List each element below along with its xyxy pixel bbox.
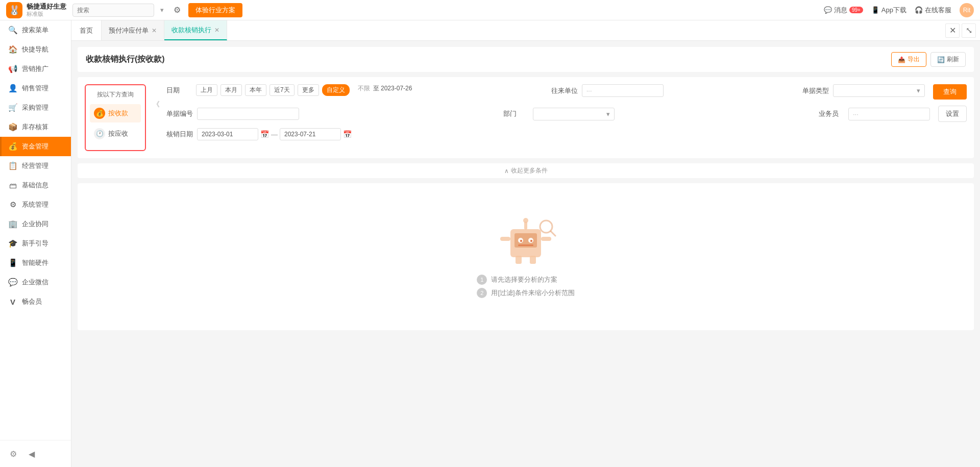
collapse-more-label: 收起更多条件 — [511, 166, 548, 175]
sidebar-item-finance-mgmt[interactable]: 💰 资金管理 — [0, 137, 71, 156]
filter-collapse-btn[interactable]: 《 — [150, 94, 162, 115]
messages-badge: 99+ — [849, 7, 863, 13]
tab-prepaid-offset[interactable]: 预付冲应付单 ✕ — [102, 20, 164, 40]
sidebar-bottom: ⚙ ◀ — [0, 440, 71, 467]
empty-state: 1 请先选择要分析的方案 2 用[过滤]条件来缩小分析范围 — [78, 183, 974, 330]
filter-option-label: 按收款 — [108, 109, 128, 118]
user-avatar[interactable]: Rit — [960, 3, 974, 17]
megaphone-icon: 📢 — [8, 64, 18, 73]
solution-btn[interactable]: 体验行业方案 — [188, 3, 242, 17]
page-header: 收款核销执行(按收款) 📤 导出 🔄 刷新 — [78, 47, 974, 72]
calendar-start-icon[interactable]: 📅 — [260, 130, 269, 138]
staff-placeholder: ··· — [853, 110, 925, 118]
date-btn-last-month[interactable]: 上月 — [196, 84, 217, 96]
tab-close-icon[interactable]: ✕ — [214, 27, 219, 34]
calendar-end-icon[interactable]: 📅 — [343, 130, 352, 138]
hint-text-1: 请先选择要分析的方案 — [491, 273, 557, 286]
sidebar-item-beginner[interactable]: 🎓 新手引导 — [0, 234, 71, 253]
settings-gear-icon[interactable]: ⚙ — [170, 3, 184, 17]
sidebar-item-corp-wechat[interactable]: 💬 企业微信 — [0, 273, 71, 292]
sidebar-item-vip[interactable]: V 畅会员 — [0, 292, 71, 311]
verif-date-start-input[interactable] — [197, 128, 258, 140]
filter-sidebar: 按以下方查询 💰 按收款 🕐 按应收 — [85, 84, 146, 151]
svg-rect-6 — [518, 244, 533, 246]
svg-rect-8 — [541, 237, 551, 241]
search-icon: 🔍 — [8, 26, 18, 35]
hint-num-1: 1 — [477, 275, 487, 285]
sidebar-item-quick-nav[interactable]: 🏠 快捷导航 — [0, 40, 71, 59]
brand-name: 畅捷通好生意 — [27, 3, 66, 11]
filter-option-label: 按应收 — [108, 129, 128, 138]
partner-select[interactable]: ··· — [582, 84, 664, 97]
filter-option-by-receipt[interactable]: 💰 按收款 — [90, 104, 141, 122]
chevron-down-icon: ▾ — [606, 110, 610, 118]
vip-icon: V — [8, 298, 18, 306]
date-label: 日期 — [166, 86, 192, 95]
top-bar-right: 💬 消息 99+ 📱 App下载 🎧 在线客服 Rit — [824, 3, 974, 17]
global-search-input[interactable] — [72, 4, 154, 17]
guide-icon: 🎓 — [8, 239, 18, 248]
verif-date-row: 核销日期 📅 — 📅 — [166, 128, 967, 140]
empty-hint-item-2: 2 用[过滤]条件来缩小分析范围 — [477, 286, 574, 300]
date-btn-7days[interactable]: 近7天 — [270, 84, 295, 96]
sidebar-item-sys-mgmt[interactable]: ⚙ 系统管理 — [0, 195, 71, 214]
sidebar-item-search-menu[interactable]: 🔍 搜索菜单 — [0, 20, 71, 40]
messages-btn[interactable]: 💬 消息 99+ — [824, 6, 863, 15]
sidebar-item-sales-mgmt[interactable]: 👤 销售管理 — [0, 79, 71, 98]
messages-label: 消息 — [834, 6, 847, 15]
collapse-more-icon: ∧ — [504, 167, 509, 175]
sidebar-item-label: 库存核算 — [22, 122, 48, 132]
tab-home[interactable]: 首页 — [71, 20, 102, 40]
verif-date-inputs: 📅 — 📅 — [197, 128, 352, 140]
tab-close-icon[interactable]: ✕ — [152, 27, 157, 34]
date-separator: — — [271, 131, 278, 138]
tab-receipt-offset[interactable]: 收款核销执行 ✕ — [164, 20, 227, 40]
sidebar-item-corp-collab[interactable]: 🏢 企业协同 — [0, 214, 71, 234]
sidebar-item-basic-info[interactable]: 🗃 基础信息 — [0, 176, 71, 195]
date-btn-custom[interactable]: 自定义 — [322, 84, 350, 96]
sidebar-settings-icon[interactable]: ⚙ — [6, 447, 20, 461]
dept-select[interactable]: ▾ — [533, 108, 615, 120]
filter-option-by-receivable[interactable]: 🕐 按应收 — [90, 125, 141, 143]
date-btn-this-month[interactable]: 本月 — [220, 84, 242, 96]
app-download-btn[interactable]: 📱 App下载 — [871, 6, 906, 15]
dropdown-arrow-icon[interactable]: ▾ — [160, 6, 164, 14]
doc-type-select[interactable]: ▾ — [833, 84, 925, 97]
tab-actions: ✕ ⤡ — [941, 23, 980, 38]
staff-label: 业务员 — [819, 109, 844, 118]
empty-illustration — [495, 214, 556, 265]
chevron-down-icon: ▾ — [917, 87, 920, 94]
staff-select[interactable]: ··· — [848, 108, 930, 120]
sidebar-item-label: 畅会员 — [22, 297, 42, 306]
date-to-text: 至 2023-07-26 — [373, 84, 412, 93]
sidebar-item-inventory[interactable]: 📦 库存核算 — [0, 117, 71, 137]
collapse-more-btn[interactable]: ∧ 收起更多条件 — [78, 163, 974, 178]
tab-maximize-btn[interactable]: ⤡ — [962, 23, 976, 38]
sidebar-item-label: 销售管理 — [22, 84, 48, 93]
date-btn-this-year[interactable]: 本年 — [245, 84, 266, 96]
svg-rect-7 — [500, 237, 510, 241]
sidebar-item-label: 资金管理 — [22, 142, 48, 151]
sidebar-item-purchase-mgmt[interactable]: 🛒 采购管理 — [0, 98, 71, 117]
sidebar-collapse-icon[interactable]: ◀ — [24, 447, 39, 461]
tab-close-window-btn[interactable]: ✕ — [945, 23, 960, 38]
doc-no-input[interactable] — [197, 108, 299, 120]
date-btn-more[interactable]: 更多 — [298, 84, 319, 96]
export-btn[interactable]: 📤 导出 — [891, 52, 926, 67]
service-icon: 🎧 — [915, 6, 923, 14]
setting-btn[interactable]: 设置 — [938, 106, 967, 122]
sidebar-item-label: 快捷导航 — [22, 45, 48, 54]
partner-label: 往来单位 — [551, 86, 578, 95]
sidebar-item-label: 智能硬件 — [22, 258, 48, 267]
sidebar-item-marketing[interactable]: 📢 营销推广 — [0, 59, 71, 79]
sidebar-item-label: 新手引导 — [22, 239, 48, 248]
online-service-btn[interactable]: 🎧 在线客服 — [915, 6, 951, 15]
sidebar-item-ops-mgmt[interactable]: 📋 经营管理 — [0, 156, 71, 176]
sidebar-item-smart-hw[interactable]: 📱 智能硬件 — [0, 253, 71, 273]
partner-placeholder: ··· — [586, 87, 659, 94]
refresh-btn[interactable]: 🔄 刷新 — [930, 52, 966, 67]
verif-date-end-input[interactable] — [280, 128, 341, 140]
query-btn[interactable]: 查询 — [933, 84, 967, 100]
export-icon: 📤 — [898, 56, 905, 63]
tab-bar: 首页 预付冲应付单 ✕ 收款核销执行 ✕ ✕ ⤡ — [71, 20, 980, 41]
